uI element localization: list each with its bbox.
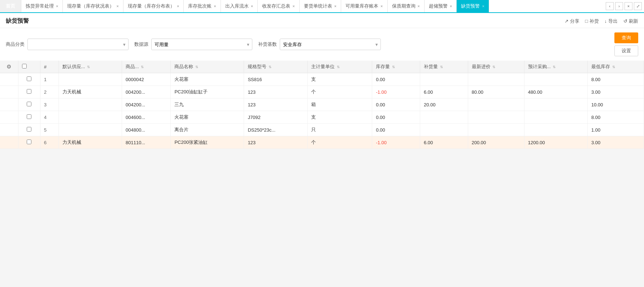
col-product-code[interactable]: 商品... ⇅ [122, 61, 171, 73]
row-supplier: 力天机械 [58, 86, 122, 98]
tab-5[interactable]: 出入库流水 × [221, 0, 258, 12]
unit-sort-icon: ⇅ [337, 65, 340, 69]
row-product-name: 火花塞 [171, 73, 244, 86]
tab-home[interactable]: 首页 [0, 0, 21, 12]
tab-10[interactable]: 超储预警 × [425, 0, 457, 12]
row-number: 4 [40, 111, 58, 124]
refresh-label: 刷新 [629, 18, 638, 25]
row-checkbox-cell [18, 124, 40, 136]
tab-11-close[interactable]: × [482, 4, 484, 8]
tab-8-close[interactable]: × [380, 4, 383, 8]
row-estimated-purchase [524, 124, 587, 136]
settings-button[interactable]: 设置 [614, 45, 638, 56]
row-product-code: 801110... [122, 136, 171, 149]
supplier-sort-icon: ⇅ [87, 65, 90, 69]
row-product-code: 004200... [122, 86, 171, 98]
tab-5-close[interactable]: × [251, 4, 253, 8]
row-spec: 123 [244, 86, 308, 98]
row-stock-qty: 0.00 [372, 98, 420, 111]
tab-expand-btn[interactable]: ⤢ [634, 2, 642, 10]
replenish-qty-sort-icon: ⇅ [440, 65, 443, 69]
main-content: 缺货预警 ↗ 分享 □ 补货 ↓ 导出 ↺ 刷新 商品分类 [0, 13, 644, 149]
row-checkbox[interactable] [27, 102, 31, 106]
tab-8[interactable]: 可用量库存账本 × [341, 0, 387, 12]
row-checkbox[interactable] [27, 127, 31, 132]
share-button[interactable]: ↗ 分享 [565, 18, 579, 25]
replenish-button[interactable]: □ 补货 [585, 18, 599, 25]
refresh-button[interactable]: ↺ 刷新 [623, 18, 638, 25]
tab-next-btn[interactable]: › [615, 2, 623, 10]
col-gear: ⚙ [0, 61, 18, 73]
row-stock-qty: 0.00 [372, 124, 420, 136]
replenish-base-filter: 补货基数 安全库存 [258, 39, 381, 50]
row-unit: 个 [308, 86, 372, 98]
replenish-label: 补货 [589, 18, 599, 25]
row-latest-price [468, 124, 524, 136]
table-row: 6 力天机械 801110... PC200张紧油缸 123 个 -1.00 6… [0, 136, 644, 149]
datasource-label: 数据源 [134, 41, 148, 48]
row-checkbox[interactable] [27, 140, 31, 144]
table-header-row: ⚙ # 默认供应... ⇅ 商品... ⇅ [0, 61, 644, 73]
datasource-select[interactable]: 可用量 [151, 39, 252, 50]
row-spec: 123 [244, 136, 308, 149]
col-min-stock[interactable]: 最低库存 ⇅ [587, 61, 644, 73]
tab-close-all-btn[interactable]: × [625, 2, 632, 10]
tab-9-close[interactable]: × [418, 4, 420, 8]
row-stock-qty: -1.00 [372, 86, 420, 98]
tab-prev-btn[interactable]: ‹ [606, 2, 614, 10]
row-min-stock: 8.00 [587, 111, 644, 124]
tab-9[interactable]: 保质期查询 × [388, 0, 425, 12]
tab-3-close[interactable]: × [177, 4, 179, 8]
row-latest-price: 200.00 [468, 136, 524, 149]
row-latest-price [468, 73, 524, 86]
query-button[interactable]: 查询 [614, 32, 638, 43]
tab-2[interactable]: 现存量（库存状况表） × [63, 0, 123, 12]
tab-3[interactable]: 现存量（库存分布表） × [123, 0, 184, 12]
row-product-name: PC200张紧油缸 [171, 136, 244, 149]
tab-1-close[interactable]: × [56, 4, 58, 8]
datasource-filter: 数据源 可用量 [134, 39, 252, 50]
row-replenish-qty [420, 111, 468, 124]
replenish-icon: □ [585, 18, 588, 24]
row-checkbox[interactable] [27, 89, 31, 94]
row-checkbox[interactable] [27, 76, 31, 81]
col-supplier[interactable]: 默认供应... ⇅ [58, 61, 122, 73]
tab-6-close[interactable]: × [292, 4, 295, 8]
tab-11[interactable]: 缺货预警 × [457, 0, 489, 12]
row-min-stock: 8.00 [587, 73, 644, 86]
export-button[interactable]: ↓ 导出 [605, 18, 618, 25]
spec-sort-icon: ⇅ [269, 65, 271, 69]
tab-6[interactable]: 收发存汇总表 × [258, 0, 299, 12]
gear-icon[interactable]: ⚙ [6, 63, 11, 70]
col-estimated-purchase[interactable]: 预计采购... ⇅ [524, 61, 587, 73]
row-replenish-qty [420, 73, 468, 86]
row-spec: SS816 [244, 73, 308, 86]
tab-1[interactable]: 拣货异常处理 × [21, 0, 63, 12]
tab-4-close[interactable]: × [214, 4, 216, 8]
category-select[interactable] [27, 39, 129, 50]
tab-7[interactable]: 要货单统计表 × [300, 0, 341, 12]
tab-4[interactable]: 库存批次账 × [184, 0, 221, 12]
tab-bar: 首页 拣货异常处理 × 现存量（库存状况表） × 现存量（库存分布表） × 库存… [0, 0, 644, 13]
row-product-code: 004800... [122, 124, 171, 136]
select-all-checkbox[interactable] [22, 64, 27, 69]
product-code-sort-icon: ⇅ [141, 65, 144, 69]
row-supplier [58, 111, 122, 124]
col-replenish-qty[interactable]: 补货量 ⇅ [420, 61, 468, 73]
col-latest-price[interactable]: 最新进价 ⇅ [468, 61, 524, 73]
col-stock-qty[interactable]: 库存量 ⇅ [372, 61, 420, 73]
col-spec[interactable]: 规格型号 ⇅ [244, 61, 308, 73]
col-unit[interactable]: 主计量单位 ⇅ [308, 61, 372, 73]
table-wrapper: ⚙ # 默认供应... ⇅ 商品... ⇅ [0, 61, 644, 149]
tab-7-close[interactable]: × [334, 4, 336, 8]
row-stock-qty: 0.00 [372, 111, 420, 124]
col-product-name[interactable]: 商品名称 ⇅ [171, 61, 244, 73]
tab-10-close[interactable]: × [450, 4, 452, 8]
replenish-select[interactable]: 安全库存 [280, 39, 381, 50]
tab-2-close[interactable]: × [116, 4, 118, 8]
row-checkbox[interactable] [27, 114, 31, 119]
tab-home-label: 首页 [6, 3, 15, 9]
latest-price-sort-icon: ⇅ [492, 65, 495, 69]
row-product-code: 004600... [122, 111, 171, 124]
row-checkbox-cell [18, 98, 40, 111]
